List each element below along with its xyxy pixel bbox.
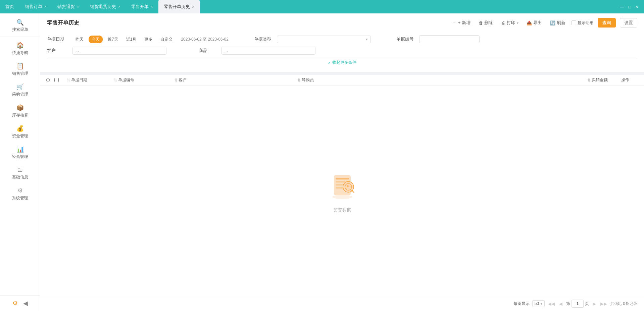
sidebar-item-label: 资金管理 (12, 133, 28, 139)
th-date[interactable]: ⇅ 单据日期 (63, 77, 110, 83)
th-amount[interactable]: ⇅ 实销金额 (572, 77, 612, 83)
add-icon: ＋ (452, 20, 456, 26)
sidebar-item-system[interactable]: ⚙ 系统管理 (0, 184, 40, 204)
finance-icon: 💰 (16, 125, 24, 132)
print-icon: 🖨 (501, 20, 505, 25)
sidebar-search[interactable]: 🔍 搜索采单 (0, 16, 40, 37)
tab-close-retail-open[interactable]: × (151, 4, 153, 9)
date-btn-yesterday[interactable]: 昨天 (72, 36, 87, 43)
page-navigation: ◀◀ ◀ 第 页 ▶ ▶▶ (547, 300, 608, 308)
tab-retail-open-history[interactable]: 零售开单历史 × (158, 0, 200, 13)
bill-type-filter: 单据类型 ▾ (254, 36, 371, 43)
inventory-icon: 📦 (16, 104, 24, 111)
tab-retail-open[interactable]: 零售开单 × (126, 0, 158, 13)
th-guide[interactable]: ⇅ 导购员 (293, 77, 334, 83)
maximize-button[interactable]: □ (628, 4, 631, 9)
content-area: 零售开单历史 ＋ + 新增 🗑 删除 🖨 打印 ▾ 📤 导出 (40, 13, 644, 311)
sort-icon: ⇅ (67, 78, 70, 83)
sidebar-search-label: 搜索采单 (12, 27, 28, 33)
window-controls: — □ ✕ (620, 4, 644, 9)
top-tab-bar: 首页 销售订单 × 销货退货 × 销货退货历史 × 零售开单 × 零售开单历史 … (0, 0, 644, 13)
add-button[interactable]: ＋ + 新增 (450, 18, 473, 27)
svg-rect-5 (336, 187, 344, 189)
query-button[interactable]: 查询 (598, 18, 616, 28)
tab-close-sales-return[interactable]: × (77, 4, 79, 9)
print-button[interactable]: 🖨 打印 ▾ (499, 18, 521, 27)
sidebar-item-finance[interactable]: 💰 资金管理 (0, 121, 40, 142)
goods-select[interactable]: ... (221, 47, 315, 55)
last-page-button[interactable]: ▶▶ (600, 300, 608, 308)
close-button[interactable]: ✕ (635, 4, 639, 9)
sort-icon: ⇅ (114, 78, 117, 83)
svg-point-0 (332, 195, 352, 199)
header-actions: ＋ + 新增 🗑 删除 🖨 打印 ▾ 📤 导出 🔄 (450, 18, 637, 28)
goods-dots: ... (225, 48, 228, 53)
bill-type-arrow-icon: ▾ (366, 37, 368, 42)
refresh-button[interactable]: 🔄 刷新 (548, 18, 567, 27)
page-size-select[interactable]: 50 ▾ (532, 300, 545, 307)
minimize-button[interactable]: — (620, 4, 624, 9)
goods-label: 商品 (199, 48, 219, 54)
first-page-button[interactable]: ◀◀ (547, 300, 555, 308)
empty-text: 暂无数据 (334, 207, 351, 213)
collapse-button[interactable]: ∧ 收起更多条件 (47, 58, 637, 67)
export-button[interactable]: 📤 导出 (525, 18, 544, 27)
refresh-icon: 🔄 (550, 20, 555, 25)
filter-area: 单据日期 昨天 今天 近7天 近1月 更多 自定义 2023-06-02 至 2… (40, 31, 644, 72)
sidebar-item-sales[interactable]: 📋 销售管理 (0, 59, 40, 80)
tab-sales-order[interactable]: 销售订单 × (19, 0, 52, 13)
date-label: 单据日期 (47, 36, 67, 42)
search-icon: 🔍 (16, 19, 24, 26)
tab-home[interactable]: 首页 (0, 0, 19, 13)
sidebar-item-inventory[interactable]: 📦 库存核算 (0, 101, 40, 121)
delete-button[interactable]: 🗑 删除 (477, 18, 495, 27)
main-layout: 🔍 搜索采单 🏠 快捷导航 📋 销售管理 🛒 采购管理 📦 库存核算 💰 资金管… (0, 13, 644, 311)
bill-type-label: 单据类型 (254, 36, 274, 42)
basic-info-icon: 🗂 (17, 166, 23, 173)
date-btn-today[interactable]: 今天 (89, 36, 103, 43)
page-size-label: 每页显示 (513, 301, 530, 307)
svg-line-8 (352, 190, 354, 193)
tab-sales-return[interactable]: 销货退货 × (52, 0, 85, 13)
sidebar-item-label: 经营管理 (12, 154, 28, 160)
select-all-checkbox[interactable] (54, 78, 59, 82)
table-header: ⇅ 单据日期 ⇅ 单据编号 ⇅ 客户 ⇅ 导购员 (63, 77, 639, 83)
th-num[interactable]: ⇅ 单据编号 (110, 77, 170, 83)
table-toolbar: ⚙ ⇅ 单据日期 ⇅ 单据编号 ⇅ 客户 (40, 75, 644, 86)
sidebar-item-operation[interactable]: 📊 经营管理 (0, 142, 40, 163)
sidebar-settings-icon[interactable]: ⚙ (12, 300, 18, 307)
date-btn-last7[interactable]: 近7天 (105, 36, 121, 43)
sidebar-item-quick-nav[interactable]: 🏠 快捷导航 (0, 38, 40, 59)
tab-close-retail-open-history[interactable]: × (192, 4, 194, 9)
sidebar-item-purchase[interactable]: 🛒 采购管理 (0, 80, 40, 101)
sidebar-item-label: 系统管理 (12, 195, 28, 201)
tab-sales-return-history[interactable]: 销货退货历史 × (85, 0, 126, 13)
settings-button[interactable]: 设置 (620, 18, 637, 28)
svg-rect-2 (336, 178, 349, 179)
page-label: 第 (566, 301, 570, 307)
sidebar-item-basic-info[interactable]: 🗂 基础信息 (0, 163, 40, 184)
customer-select[interactable]: ... (72, 47, 166, 55)
checkbox-icon (572, 20, 576, 25)
page-number-input[interactable] (572, 300, 584, 308)
empty-illustration (326, 168, 359, 202)
prev-page-button[interactable]: ◀ (557, 300, 565, 308)
bill-num-input[interactable] (419, 35, 480, 43)
tab-close-sales-order[interactable]: × (44, 4, 47, 9)
tab-close-sales-return-history[interactable]: × (118, 4, 120, 9)
date-btn-more[interactable]: 更多 (141, 36, 155, 43)
show-detail-checkbox[interactable]: 显示明细 (572, 20, 594, 26)
goods-filter: 商品 ... (199, 47, 315, 55)
date-btn-last-month[interactable]: 近1月 (123, 36, 140, 43)
table-settings-icon[interactable]: ⚙ (46, 77, 50, 83)
print-arrow-icon: ▾ (517, 21, 518, 25)
sidebar-collapse-icon[interactable]: ◀ (23, 300, 28, 307)
bill-num-filter: 单据编号 (396, 35, 480, 43)
bill-type-select[interactable]: ▾ (277, 36, 371, 43)
table-area: ⚙ ⇅ 单据日期 ⇅ 单据编号 ⇅ 客户 (40, 75, 644, 311)
next-page-button[interactable]: ▶ (590, 300, 598, 308)
delete-icon: 🗑 (479, 20, 483, 25)
total-info: 共0页, 0条记录 (610, 301, 637, 307)
date-btn-custom[interactable]: 自定义 (157, 36, 176, 43)
th-customer[interactable]: ⇅ 客户 (170, 77, 293, 83)
